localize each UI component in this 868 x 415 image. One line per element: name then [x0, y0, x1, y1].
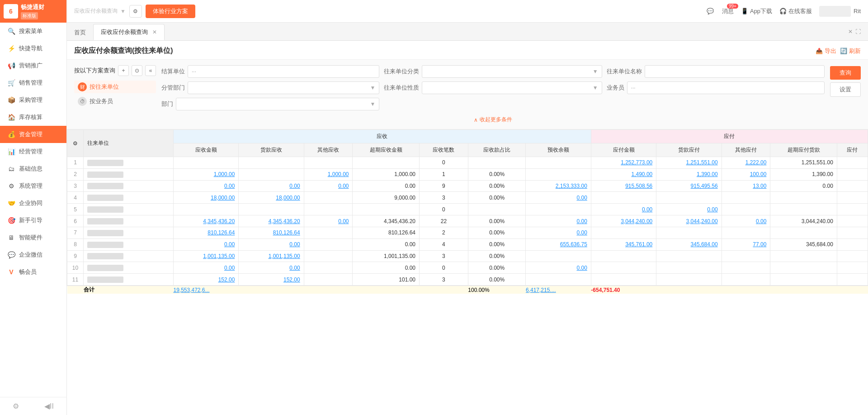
refresh-btn[interactable]: 🔄 刷新	[840, 47, 861, 55]
dept-manage-input[interactable]: ▼	[188, 81, 379, 94]
filter-unit-icon: 财	[78, 82, 87, 91]
dept-input[interactable]: ▼	[176, 98, 379, 110]
footer-ap-amount: -654,751.40	[591, 286, 656, 294]
tab-home[interactable]: 首页	[67, 25, 93, 40]
unit-name-input[interactable]	[645, 65, 825, 78]
footer-row: 合计 19,553,472,6... 100.00% 6,417,215....…	[67, 286, 868, 294]
operation-icon: 📊	[7, 148, 15, 156]
filter-by-staff[interactable]: ⏱ 按业务员	[74, 95, 156, 108]
collapse-filter-btn[interactable]: «	[145, 65, 156, 76]
close-window-icon[interactable]: ✕	[848, 29, 853, 35]
table-row: 64,345,436.204,345,436.200.004,345,436.2…	[67, 215, 868, 227]
export-icon: 📤	[816, 48, 823, 54]
field-unit-category: 往来单位分类 ▼	[384, 65, 602, 78]
finance-icon: 💰	[7, 130, 15, 138]
table-row: 80.000.000.0040.00%655,636.75345,761.003…	[67, 239, 868, 250]
sidebar-item-operation[interactable]: 📊 经营管理	[0, 143, 66, 160]
field-salesperson: 业务员 ···	[607, 81, 825, 94]
sidebar-item-guide[interactable]: 🎯 新手引导	[0, 212, 66, 229]
tab-ar-ap[interactable]: 应收应付余额查询 ✕	[93, 24, 165, 40]
settings-bottom-btn[interactable]: ⚙	[13, 402, 19, 410]
sidebar-item-quick-nav[interactable]: ⚡ 快捷导航	[0, 40, 66, 57]
logo-text: 畅捷通财	[21, 3, 44, 11]
section-label: 按以下方案查询	[74, 67, 115, 75]
salesperson-label: 业务员	[607, 84, 624, 92]
export-btn[interactable]: 📤 导出	[816, 47, 836, 55]
col-ap-amount: 应付金额	[591, 143, 656, 157]
table-row: 418,000.0018,000.009,000.0030.00%0.00	[67, 192, 868, 204]
settings-btn[interactable]: ⚙	[129, 5, 142, 18]
sidebar: 6 畅捷通财 标准版 🔍 搜索菜单 ⚡ 快捷导航 📢 营销推广 🛒 销售管理 📦…	[0, 0, 67, 415]
footer-advance[interactable]: 6,417,215....	[526, 286, 591, 294]
sidebar-nav: 🔍 搜索菜单 ⚡ 快捷导航 📢 营销推广 🛒 销售管理 📦 采购管理 🏠 库存核…	[0, 23, 66, 397]
header-right: 💬 99+ 消息 📱 App下载 🎧 在线客服 Rit	[707, 6, 861, 17]
col-ar-ratio: 应收款占比	[468, 143, 526, 157]
field-settlement-unit: 结算单位 ···	[161, 65, 379, 78]
filter-staff-icon: ⏱	[78, 97, 87, 106]
field-unit-nature: 往来单位性质 ▼	[384, 81, 602, 94]
page-actions: 📤 导出 🔄 刷新	[816, 47, 861, 55]
unit-category-input[interactable]: ▼	[422, 65, 602, 78]
base-icon: 🗂	[7, 165, 15, 173]
footer-ar-amount[interactable]: 19,553,472,6...	[173, 286, 238, 294]
footer-ar-ratio: 100.00%	[468, 286, 526, 294]
query-btn[interactable]: 查询	[830, 66, 861, 80]
table-container: ⚙ 往来单位 应收 应付 应收金额 货款应收 其他应收 超期应收金额 应收笔数 …	[67, 129, 868, 415]
breadcrumb: 应收应付余额查询 ▼	[74, 7, 126, 15]
sidebar-item-finance[interactable]: 💰 资金管理	[0, 126, 66, 143]
industry-solution-btn[interactable]: 体验行业方案	[146, 5, 195, 18]
sidebar-item-hardware[interactable]: 🖥 智能硬件	[0, 229, 66, 246]
unit-name-label: 往来单位名称	[607, 67, 642, 76]
table-row: 101,252,773.001,251,551.001,222.001,251,…	[67, 157, 868, 169]
hardware-icon: 🖥	[7, 234, 15, 242]
filter-unit-label: 按往来单位	[90, 83, 119, 91]
set-btn[interactable]: 设置	[830, 82, 861, 97]
sidebar-item-purchase[interactable]: 📦 采购管理	[0, 91, 66, 109]
marketing-icon: 📢	[7, 62, 15, 70]
refresh-icon: 🔄	[840, 48, 847, 54]
message-btn[interactable]: 💬 99+ 消息	[707, 7, 734, 15]
col-ar-count: 应收笔数	[420, 143, 468, 157]
page-title: 应收应付余额查询(按往来单位)	[74, 46, 173, 56]
sidebar-item-base[interactable]: 🗂 基础信息	[0, 160, 66, 177]
sidebar-item-inventory[interactable]: 🏠 库存核算	[0, 109, 66, 126]
col-ar-group: 应收	[173, 130, 591, 143]
message-icon: 💬	[707, 8, 714, 14]
sidebar-bottom: ⚙ ◀II	[0, 397, 66, 415]
table-row: 91,001,135.001,001,135.001,001,135.0030.…	[67, 250, 868, 262]
settlement-unit-input[interactable]: ···	[188, 65, 379, 78]
member-icon: V	[7, 268, 15, 276]
inventory-icon: 🏠	[7, 113, 15, 121]
filter-by-unit[interactable]: 财 按往来单位	[74, 81, 156, 93]
add-filter-btn[interactable]: +	[118, 65, 129, 76]
filter-settings-btn[interactable]: ⊙	[132, 65, 142, 76]
sidebar-item-wechat[interactable]: 💬 企业微信	[0, 246, 66, 263]
salesperson-input[interactable]: ···	[627, 81, 825, 94]
breadcrumb-text: 应收应付余额查询	[74, 7, 118, 15]
tab-close-btn[interactable]: ✕	[152, 29, 157, 35]
maximize-icon[interactable]: ⛶	[855, 29, 861, 35]
col-ar-overdue: 超期应收金额	[353, 143, 420, 157]
col-ar-other: 其他应收	[304, 143, 353, 157]
app-download-btn[interactable]: 📱 App下载	[741, 7, 772, 15]
col-settings-header[interactable]: ⚙	[67, 130, 84, 157]
online-service-btn[interactable]: 🎧 在线客服	[779, 7, 812, 15]
collapse-sidebar-btn[interactable]: ◀II	[44, 402, 54, 410]
sidebar-item-member[interactable]: V 畅会员	[0, 263, 66, 281]
sidebar-item-search-menu[interactable]: 🔍 搜索菜单	[0, 23, 66, 40]
sidebar-item-system[interactable]: ⚙ 系统管理	[0, 177, 66, 195]
sidebar-item-marketing[interactable]: 📢 营销推广	[0, 57, 66, 74]
collapse-btn[interactable]: ∧ 收起更多条件	[474, 116, 512, 124]
sidebar-item-collab[interactable]: 🤝 企业协同	[0, 195, 66, 212]
filter-left: 按以下方案查询 + ⊙ « 财 按往来单位 ⏱ 按业务员	[74, 65, 156, 124]
user-area[interactable]: Rit	[819, 6, 861, 17]
form-row-1: 结算单位 ··· 往来单位分类 ▼ 往来单位名称	[161, 65, 825, 78]
logo-badge: 标准版	[21, 12, 38, 19]
lightning-icon: ⚡	[7, 44, 15, 52]
unit-nature-input[interactable]: ▼	[422, 81, 602, 94]
sidebar-item-sales[interactable]: 🛒 销售管理	[0, 74, 66, 91]
unit-category-label: 往来单位分类	[384, 67, 419, 76]
field-dept: 部门 ▼	[161, 98, 379, 110]
unit-nature-label: 往来单位性质	[384, 84, 419, 92]
guide-icon: 🎯	[7, 216, 15, 224]
